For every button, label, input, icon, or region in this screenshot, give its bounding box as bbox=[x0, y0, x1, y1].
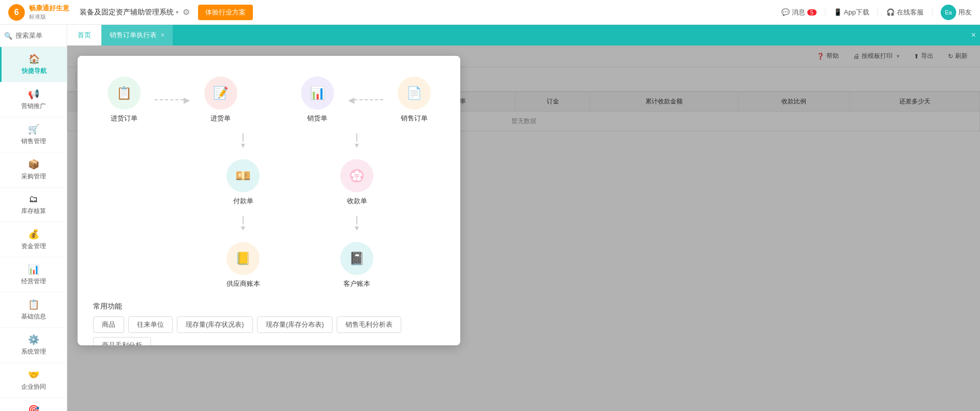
customer-ledger-label: 客户账本 bbox=[343, 279, 370, 288]
user-menu-button[interactable]: Ea 用友 bbox=[941, 5, 972, 20]
message-icon: 💬 bbox=[781, 8, 790, 16]
receipt-label: 收款单 bbox=[347, 196, 367, 206]
system-name: 装备及固定资产辅助管理系统 bbox=[80, 8, 174, 17]
message-badge: 5 bbox=[807, 9, 817, 16]
func-btn-3[interactable]: 现存量(库存分布表) bbox=[257, 316, 333, 333]
sidebar-item-base[interactable]: 📋 基础信息 bbox=[0, 293, 67, 328]
app-download-button[interactable]: 📱 App下载 bbox=[834, 8, 869, 17]
purchase-bill-icon: 📝 bbox=[213, 86, 229, 100]
sidebar-item-purchase[interactable]: 📦 采购管理 bbox=[0, 153, 67, 188]
sidebar-item-finance[interactable]: 💰 资金管理 bbox=[0, 222, 67, 257]
sales-order-circle: 📄 bbox=[398, 77, 431, 110]
sidebar-item-newbie[interactable]: 🎯 新手引导 bbox=[0, 398, 67, 411]
service-icon: 🎧 bbox=[886, 8, 895, 16]
system-icon: ⚙️ bbox=[28, 334, 39, 345]
workflow-node-purchase-order: 📋 进货订单 bbox=[93, 77, 155, 123]
customer-ledger-icon: 📓 bbox=[349, 251, 365, 266]
tab-bar: 首页 销售订单执行表 × × bbox=[67, 25, 980, 45]
inventory-icon: 🗂 bbox=[29, 194, 38, 205]
top-bar: 6 畅康通好生意 标准版 装备及固定资产辅助管理系统 ▾ ⚙ 体验行业方案 💬 … bbox=[0, 0, 980, 25]
newbie-icon: 🎯 bbox=[28, 404, 39, 411]
settings-icon[interactable]: ⚙ bbox=[183, 7, 190, 17]
purchase-icon: 📦 bbox=[28, 159, 39, 170]
arrow-down-purchase: ▼ bbox=[207, 133, 279, 149]
sidebar-item-system[interactable]: ⚙️ 系统管理 bbox=[0, 328, 67, 363]
workflow-node-supplier-ledger: 📒 供应商账本 bbox=[207, 242, 279, 288]
sales-order-label: 销售订单 bbox=[401, 114, 428, 123]
sales-bill-label: 销货单 bbox=[307, 114, 327, 123]
experience-button[interactable]: 体验行业方案 bbox=[198, 5, 253, 20]
tab-close-icon[interactable]: × bbox=[161, 32, 164, 39]
supplier-ledger-circle: 📒 bbox=[227, 242, 260, 275]
modal-overlay[interactable]: 📋 进货订单 ▶ bbox=[67, 45, 980, 411]
system-dropdown-icon[interactable]: ▾ bbox=[176, 9, 178, 15]
arrow-down-sales: ▼ bbox=[321, 133, 393, 149]
payment-circle: 💴 bbox=[227, 159, 260, 192]
func-buttons: 商品 往来单位 现存量(库存状况表) 现存量(库存分布表) 销售毛利分析表 商品… bbox=[93, 316, 445, 345]
sidebar-item-sales[interactable]: 🛒 销售管理 bbox=[0, 117, 67, 153]
arrow-down-receipt: ▼ bbox=[321, 216, 393, 232]
purchase-bill-label: 进货单 bbox=[210, 114, 231, 123]
logo-icon: 6 bbox=[8, 4, 25, 21]
func-btn-4[interactable]: 销售毛利分析表 bbox=[337, 316, 401, 333]
func-btn-0[interactable]: 商品 bbox=[93, 316, 124, 333]
workflow-node-receipt: 💮 收款单 bbox=[321, 159, 393, 206]
common-func-title: 常用功能 bbox=[93, 302, 445, 311]
main-content: ❓ 帮助 🖨 按模板打印 ▾ ⬆ 导出 bbox=[67, 45, 980, 411]
tab-home[interactable]: 首页 bbox=[67, 25, 101, 45]
message-button[interactable]: 💬 消息 5 bbox=[781, 8, 817, 17]
marketing-icon: 📢 bbox=[28, 88, 39, 100]
payment-icon: 💴 bbox=[235, 169, 251, 183]
func-btn-1[interactable]: 往来单位 bbox=[128, 316, 173, 333]
base-icon: 📋 bbox=[28, 299, 39, 310]
workflow-node-payment: 💴 付款单 bbox=[207, 159, 279, 206]
workflow-node-sales-bill: 📊 销货单 bbox=[287, 77, 348, 123]
sidebar-item-collab[interactable]: 🤝 企业协同 bbox=[0, 363, 67, 398]
customer-ledger-circle: 📓 bbox=[340, 242, 373, 275]
logo-area: 6 畅康通好生意 标准版 bbox=[8, 4, 76, 21]
main-area: 🔍 搜索菜单 🏠 快捷导航 📢 营销推广 🛒 销售管理 📦 采购管理 🗂 bbox=[0, 25, 980, 411]
divider bbox=[878, 8, 878, 17]
sidebar-search[interactable]: 🔍 搜索菜单 bbox=[0, 25, 67, 47]
sidebar: 🔍 搜索菜单 🏠 快捷导航 📢 营销推广 🛒 销售管理 📦 采购管理 🗂 bbox=[0, 25, 67, 411]
search-icon: 🔍 bbox=[4, 32, 12, 40]
purchase-order-label: 进货订单 bbox=[111, 114, 138, 123]
modal: 📋 进货订单 ▶ bbox=[78, 56, 460, 345]
arrow-down-payment: ▼ bbox=[207, 216, 279, 232]
sales-bill-icon: 📊 bbox=[310, 86, 325, 100]
online-service-button[interactable]: 🎧 在线客服 bbox=[886, 8, 924, 17]
sales-bill-circle: 📊 bbox=[301, 77, 334, 110]
common-functions: 常用功能 商品 往来单位 现存量(库存状况表) 现存量(库存分布表) 销售毛利分… bbox=[93, 302, 445, 345]
divider bbox=[825, 8, 825, 17]
purchase-order-circle: 📋 bbox=[108, 77, 141, 110]
func-btn-2[interactable]: 现存量(库存状况表) bbox=[177, 316, 253, 333]
sidebar-item-inventory[interactable]: 🗂 库存核算 bbox=[0, 188, 67, 222]
receipt-circle: 💮 bbox=[340, 159, 373, 192]
tab-sales-order[interactable]: 销售订单执行表 × bbox=[101, 25, 173, 45]
divider bbox=[932, 8, 932, 17]
purchase-bill-circle: 📝 bbox=[204, 77, 237, 110]
collab-icon: 🤝 bbox=[28, 369, 39, 380]
supplier-ledger-icon: 📒 bbox=[235, 251, 251, 266]
content-area: 首页 销售订单执行表 × × ❓ 帮助 bbox=[67, 25, 980, 411]
top-bar-right: 💬 消息 5 📱 App下载 🎧 在线客服 Ea 用友 bbox=[781, 5, 972, 20]
finance-icon: 💰 bbox=[28, 229, 39, 240]
purchase-order-icon: 📋 bbox=[116, 86, 132, 100]
tab-close-all-icon[interactable]: × bbox=[971, 31, 976, 40]
receipt-icon: 💮 bbox=[349, 169, 365, 183]
workflow-node-purchase-bill: 📝 进货单 bbox=[190, 77, 251, 123]
logo-text: 畅康通好生意 标准版 bbox=[29, 4, 69, 20]
sidebar-item-quick-nav[interactable]: 🏠 快捷导航 bbox=[0, 47, 67, 82]
app-download-icon: 📱 bbox=[834, 8, 842, 16]
app-container: 6 畅康通好生意 标准版 装备及固定资产辅助管理系统 ▾ ⚙ 体验行业方案 💬 … bbox=[0, 0, 980, 411]
avatar: Ea bbox=[941, 5, 956, 20]
arrow-purchase-to-bill: ▶ bbox=[155, 95, 190, 105]
sales-icon: 🛒 bbox=[28, 124, 39, 135]
sidebar-item-operation[interactable]: 📊 经营管理 bbox=[0, 257, 67, 293]
func-btn-5[interactable]: 商品毛利分析 bbox=[93, 337, 151, 345]
operation-icon: 📊 bbox=[28, 264, 39, 275]
workflow-node-sales-order: 📄 销售订单 bbox=[383, 77, 445, 123]
sales-order-icon: 📄 bbox=[406, 86, 422, 100]
sidebar-item-marketing[interactable]: 📢 营销推广 bbox=[0, 82, 67, 117]
supplier-ledger-label: 供应商账本 bbox=[227, 279, 260, 288]
